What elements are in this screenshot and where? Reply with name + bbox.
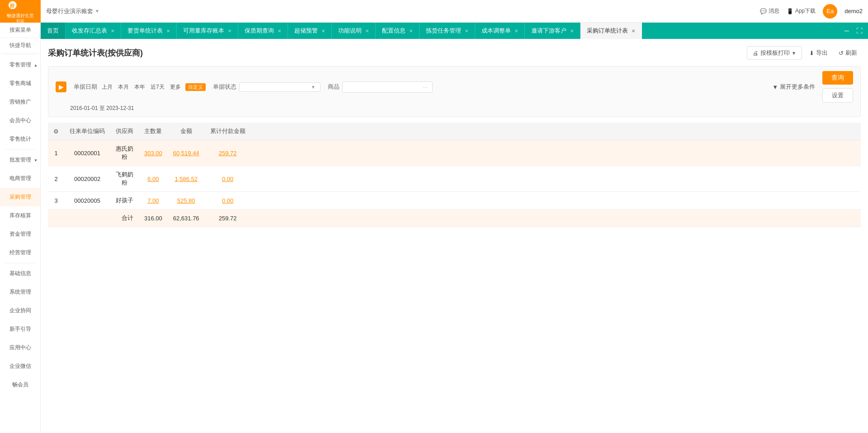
main-area: 母婴行业演示账套 ▼ 💬 消息 📱 App下载 Ea demo2 首页 收发存汇… <box>41 0 868 433</box>
filter-shortcut-more[interactable]: 更多 <box>168 82 183 92</box>
tab-invite-downstream-close[interactable]: ✕ <box>570 29 574 33</box>
settings-button[interactable]: 设置 <box>822 88 853 103</box>
tab-cost-adjust-close[interactable]: ✕ <box>514 29 518 33</box>
row-1-paid[interactable]: 259.72 <box>205 140 251 166</box>
row-1-paid-link[interactable]: 259.72 <box>219 150 237 157</box>
sidebar-item-wechat[interactable]: 企业微信 <box>0 357 40 376</box>
tab-overstock-warning-label: 超储预警 <box>294 27 318 35</box>
tab-available-inventory[interactable]: 可用量库存账本 ✕ <box>177 23 238 39</box>
filter-toggle-button[interactable]: ▶ <box>56 81 66 92</box>
tab-requisition-summary[interactable]: 要货单统计表 ✕ <box>121 23 177 39</box>
tab-minimize-icon[interactable]: ─ <box>843 25 851 36</box>
tab-maximize-icon[interactable]: ⛶ <box>854 25 864 36</box>
filter-shortcut-last-month[interactable]: 上月 <box>100 82 114 92</box>
table-footer: 合计 316.00 62,631.76 259.72 <box>48 209 861 227</box>
sidebar-item-vip[interactable]: 畅会员 <box>0 376 40 394</box>
tab-purchase-summary[interactable]: 采购订单统计表 ✕ <box>580 23 642 39</box>
sidebar-item-retail-shop[interactable]: 零售商城 <box>0 74 40 93</box>
message-label: 消息 <box>769 7 779 15</box>
filter-goods-group: 商品 ··· <box>328 81 433 93</box>
filter-goods-input[interactable]: ··· <box>342 81 433 93</box>
print-button[interactable]: 🖨 按模板打印 ▼ <box>747 46 802 60</box>
row-2-amount-link[interactable]: 1,586.52 <box>175 176 198 182</box>
filter-expand-button[interactable]: ▼ 展开更多条件 <box>772 83 815 91</box>
table-header-row: ⚙ 往来单位编码 供应商 主数量 金额 累计付款金额 <box>48 123 861 140</box>
sidebar-item-appstore[interactable]: 应用中心 <box>0 338 40 357</box>
filter-shortcut-this-month[interactable]: 本月 <box>116 82 131 92</box>
row-3-qty[interactable]: 7.00 <box>139 192 168 209</box>
row-2-qty[interactable]: 6.00 <box>139 166 168 192</box>
tab-available-inventory-close[interactable]: ✕ <box>228 29 231 33</box>
tab-config-info-close[interactable]: ✕ <box>409 29 413 33</box>
sidebar-divider-3 <box>5 263 36 263</box>
tab-purchase-summary-close[interactable]: ✕ <box>632 29 635 33</box>
sidebar-item-finance[interactable]: 资金管理 <box>0 225 40 243</box>
query-button[interactable]: 查询 <box>822 71 853 85</box>
sidebar-item-wholesale[interactable]: 批发管理 <box>0 151 40 169</box>
filter-shortcut-this-year[interactable]: 本年 <box>132 82 147 92</box>
filter-shortcut-7days[interactable]: 近7天 <box>149 82 166 92</box>
sidebar-item-inventory[interactable]: 库存核算 <box>0 206 40 225</box>
sidebar-item-ecom[interactable]: 电商管理 <box>0 169 40 188</box>
row-2-amount[interactable]: 1,586.52 <box>168 166 205 192</box>
row-2-qty-link[interactable]: 6.00 <box>147 176 159 182</box>
row-1-amount[interactable]: 60,519.44 <box>168 140 205 166</box>
sidebar-item-purchase[interactable]: 采购管理 <box>0 188 40 206</box>
col-paid-header: 累计付款金额 <box>205 123 251 140</box>
refresh-button[interactable]: ↺ 刷新 <box>835 47 861 59</box>
row-2-paid-link[interactable]: 0.00 <box>222 176 233 182</box>
workspace-arrow-icon: ▼ <box>95 9 99 14</box>
footer-amount: 62,631.76 <box>168 209 205 227</box>
row-2-paid[interactable]: 0.00 <box>205 166 251 192</box>
sidebar-search[interactable]: 搜索菜单 <box>0 23 40 38</box>
sidebar-item-member[interactable]: 会员中心 <box>0 111 40 130</box>
user-avatar[interactable]: Ea <box>823 4 837 19</box>
row-1-amount-link[interactable]: 60,519.44 <box>173 150 199 157</box>
tab-overstock-warning-close[interactable]: ✕ <box>321 29 325 33</box>
sidebar-shortcut[interactable]: 快捷导航 <box>0 38 40 53</box>
workspace-selector[interactable]: 母婴行业演示账套 ▼ <box>46 7 99 15</box>
sidebar-item-basic[interactable]: 基础信息 <box>0 264 40 283</box>
row-3-amount-link[interactable]: 525.80 <box>177 197 195 204</box>
tab-home[interactable]: 首页 <box>41 23 66 39</box>
app-logo-sub: 标版 <box>7 19 34 24</box>
sidebar-item-operation[interactable]: 经营管理 <box>0 243 40 262</box>
app-logo[interactable]: 好 畅捷通好生意 标版 <box>0 0 41 23</box>
tab-requisition-summary-close[interactable]: ✕ <box>166 29 170 33</box>
tab-function-desc-close[interactable]: ✕ <box>365 29 369 33</box>
row-3-paid-link[interactable]: 0.00 <box>222 197 233 204</box>
filter-status-select[interactable]: ▼ <box>239 82 321 92</box>
sidebar-item-collab[interactable]: 企业协同 <box>0 301 40 320</box>
row-1-extra <box>251 140 861 166</box>
avatar-letter: Ea <box>826 8 834 14</box>
tab-invite-downstream[interactable]: 邀请下游客户 ✕ <box>525 23 580 39</box>
username-label[interactable]: demo2 <box>844 8 863 14</box>
sidebar-item-guide[interactable]: 新手引导 <box>0 320 40 338</box>
tab-overstock-warning[interactable]: 超储预警 ✕ <box>288 23 332 39</box>
tab-picking-task-close[interactable]: ✕ <box>465 29 468 33</box>
tab-expiry-query[interactable]: 保质期查询 ✕ <box>238 23 288 39</box>
topbar-app-download[interactable]: 📱 App下载 <box>787 7 816 15</box>
tab-picking-task[interactable]: 拣货任务管理 ✕ <box>420 23 475 39</box>
tab-receive-summary-close[interactable]: ✕ <box>111 29 114 33</box>
page-title: 采购订单统计表(按供应商) <box>48 48 143 58</box>
tab-receive-summary[interactable]: 收发存汇总表 ✕ <box>66 23 121 39</box>
tab-expiry-query-close[interactable]: ✕ <box>278 29 281 33</box>
sidebar-item-system[interactable]: 系统管理 <box>0 283 40 301</box>
table-settings-icon[interactable]: ⚙ <box>53 128 59 135</box>
topbar-message[interactable]: 💬 消息 <box>760 7 779 15</box>
row-3-paid[interactable]: 0.00 <box>205 192 251 209</box>
row-3-amount[interactable]: 525.80 <box>168 192 205 209</box>
sidebar-item-retail-stat[interactable]: 零售统计 <box>0 130 40 148</box>
sidebar-item-marketing[interactable]: 营销推广 <box>0 93 40 111</box>
row-3-supplier: 好孩子 <box>110 192 139 209</box>
tab-config-info[interactable]: 配置信息 ✕ <box>376 23 420 39</box>
sidebar-item-retail[interactable]: 零售管理 <box>0 56 40 74</box>
row-1-qty-link[interactable]: 303.00 <box>144 150 162 157</box>
row-3-qty-link[interactable]: 7.00 <box>147 197 159 204</box>
filter-custom-tag[interactable]: 自定义 <box>185 83 206 91</box>
tab-function-desc[interactable]: 功能说明 ✕ <box>332 23 376 39</box>
tab-cost-adjust[interactable]: 成本调整单 ✕ <box>475 23 525 39</box>
row-1-qty[interactable]: 303.00 <box>139 140 168 166</box>
export-button[interactable]: ⬇ 导出 <box>806 47 831 59</box>
